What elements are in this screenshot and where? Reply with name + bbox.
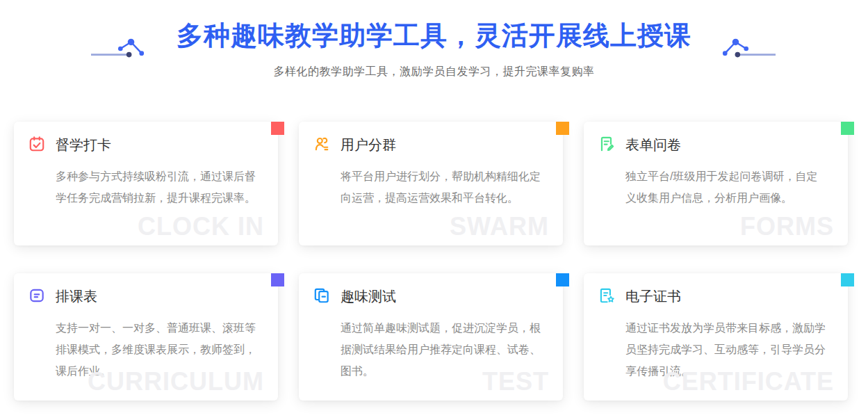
feature-card-clock-in: 督学打卡 多种参与方式持续吸粉引流，通过课后督学任务完成营销拉新，提升课程完课率…	[14, 122, 278, 245]
corner-accent-square	[271, 122, 284, 135]
card-description: 多种参与方式持续吸粉引流，通过课后督学任务完成营销拉新，提升课程完课率。	[56, 165, 259, 209]
card-description: 将平台用户进行划分，帮助机构精细化定向运营，提高运营效果和平台转化。	[341, 165, 543, 209]
section-header: 多种趣味教学助学工具，灵活开展线上授课 多样化的教学助学工具，激励学员自发学习，…	[0, 0, 868, 79]
card-watermark: CLOCK IN	[138, 212, 264, 241]
card-watermark: FORMS	[740, 212, 834, 241]
card-watermark: SWARM	[450, 212, 549, 241]
card-watermark: CURRICULUM	[88, 367, 264, 396]
card-title: 督学打卡	[56, 136, 111, 154]
feature-card-swarm: 用户分群 将平台用户进行划分，帮助机构精细化定向运营，提高运营效果和平台转化。 …	[299, 122, 563, 245]
corner-accent-square	[271, 273, 284, 286]
form-pencil-icon	[598, 135, 616, 153]
corner-accent-square	[841, 273, 854, 286]
card-title: 用户分群	[341, 136, 396, 154]
feature-card-test: 趣味测试 通过简单趣味测试题，促进沉淀学员，根据测试结果给用户推荐定向课程、试卷…	[299, 273, 563, 401]
corner-accent-square	[841, 122, 854, 135]
card-title: 趣味测试	[341, 287, 396, 305]
schedule-icon	[28, 286, 46, 305]
quiz-cards-icon	[313, 286, 331, 305]
user-group-icon	[313, 135, 331, 153]
corner-accent-square	[556, 273, 569, 286]
line-dots-decoration-left	[91, 35, 158, 63]
card-title: 电子证书	[625, 287, 681, 305]
certificate-icon	[598, 286, 616, 305]
feature-card-curriculum: 排课表 支持一对一、一对多、普通班课、滚班等排课模式，多维度课表展示，教师签到，…	[14, 273, 278, 401]
feature-card-forms: 表单问卷 独立平台/班级用于发起问卷调研，自定义收集用户信息，分析用户画像。 F…	[584, 122, 848, 245]
card-watermark: TEST	[482, 367, 549, 396]
card-title: 表单问卷	[625, 136, 681, 154]
calendar-check-icon	[28, 135, 46, 153]
feature-cards-grid: 督学打卡 多种参与方式持续吸粉引流，通过课后督学任务完成营销拉新，提升课程完课率…	[14, 122, 848, 401]
card-watermark: CERTIFICATE	[663, 367, 834, 396]
card-description: 独立平台/班级用于发起问卷调研，自定义收集用户信息，分析用户画像。	[625, 165, 828, 209]
feature-card-certificate: 电子证书 通过证书发放为学员带来目标感，激励学员坚持完成学习、互动感等，引导学员…	[584, 273, 848, 401]
corner-accent-square	[556, 122, 569, 135]
page-subtitle: 多样化的教学助学工具，激励学员自发学习，提升完课率复购率	[0, 65, 868, 79]
line-dots-decoration-right	[709, 35, 776, 63]
card-title: 排课表	[56, 287, 97, 305]
